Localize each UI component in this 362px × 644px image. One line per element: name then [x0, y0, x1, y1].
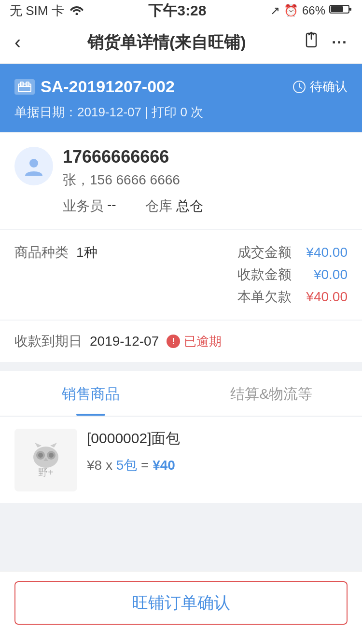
customer-card: 17666666666 张，156 6666 6666 业务员 -- 仓库 总仓: [0, 133, 362, 229]
order-header: SA-20191207-002 待确认 单据日期：2019-12-07 | 打印…: [0, 64, 362, 132]
tab-settlement[interactable]: 结算&物流等: [181, 371, 362, 416]
sales-rep: 业务员 --: [63, 197, 116, 215]
battery-icon: [329, 3, 352, 18]
due-date-value: 2019-12-07: [90, 334, 159, 349]
product-thumbnail: 野+: [14, 429, 77, 491]
svg-rect-3: [349, 8, 351, 11]
customer-phone: 17666666666: [63, 147, 348, 167]
warehouse: 仓库 总仓: [145, 197, 203, 215]
category-info: 商品种类 1种: [14, 243, 97, 262]
tabs-section: 销售商品 结算&物流等: [0, 371, 362, 416]
svg-marker-16: [50, 443, 57, 448]
wifi-icon: [69, 3, 84, 18]
product-qty: 5包: [116, 458, 138, 473]
product-price: ¥8: [87, 458, 102, 473]
product-list: 野+ [0000002]面包 ¥8 x 5包 = ¥40: [0, 417, 362, 503]
due-date-label: 收款到期日: [14, 332, 82, 350]
customer-meta: 业务员 -- 仓库 总仓: [63, 197, 348, 215]
order-id: SA-20191207-002: [14, 77, 175, 96]
sales-rep-label: 业务员: [63, 197, 103, 215]
status-bar-right: ↗ ⏰ 66%: [270, 3, 352, 18]
alarm-icon: ⏰: [284, 4, 298, 17]
product-total: ¥40: [153, 458, 175, 473]
category-count: 1种: [76, 243, 97, 262]
due-date-section: 收款到期日 2019-12-07 ! 已逾期: [0, 321, 362, 362]
page-title: 销货单详情(来自旺铺): [30, 31, 303, 54]
paid-amount-row: 收款金额 ¥0.00: [237, 266, 348, 284]
svg-point-9: [29, 159, 38, 168]
status-bar-time: 下午3:28: [148, 1, 206, 21]
warehouse-label: 仓库: [145, 197, 172, 215]
overdue-badge: ! 已逾期: [167, 333, 222, 350]
confirm-order-button[interactable]: 旺铺订单确认: [14, 581, 348, 625]
more-button[interactable]: ···: [332, 33, 348, 51]
back-button[interactable]: ‹: [14, 31, 21, 53]
svg-point-14: [49, 453, 54, 458]
product-item: 野+ [0000002]面包 ¥8 x 5包 = ¥40: [0, 417, 362, 503]
paid-amount-label: 收款金额: [237, 266, 292, 284]
deal-amount-value: ¥40.00: [299, 245, 348, 260]
nav-bar: ‹ 销货单详情(来自旺铺) ···: [0, 21, 362, 64]
product-price-row: ¥8 x 5包 = ¥40: [87, 456, 348, 475]
customer-info: 17666666666 张，156 6666 6666 业务员 -- 仓库 总仓: [63, 147, 348, 215]
product-name: [0000002]面包: [87, 429, 348, 448]
svg-point-13: [38, 453, 43, 458]
owed-amount-value: ¥40.00: [299, 289, 348, 305]
nav-actions: ···: [303, 31, 348, 53]
battery-text: 66%: [302, 4, 325, 17]
tab-products[interactable]: 销售商品: [0, 371, 181, 416]
overdue-text: 已逾期: [184, 333, 222, 350]
overdue-dot-icon: !: [167, 335, 180, 348]
carrier-text: 无 SIM 卡: [10, 2, 64, 19]
product-detail: [0000002]面包 ¥8 x 5包 = ¥40: [87, 429, 348, 475]
customer-avatar: [14, 147, 53, 185]
sales-rep-value: --: [107, 197, 116, 215]
section-divider: [0, 363, 362, 371]
order-status: 待确认: [292, 78, 348, 95]
order-date: 单据日期：2019-12-07 | 打印 0 次: [14, 104, 348, 121]
bottom-section: 旺铺订单确认: [0, 571, 362, 644]
paid-amount-value: ¥0.00: [299, 267, 348, 282]
svg-marker-15: [35, 443, 42, 448]
svg-rect-2: [331, 6, 343, 12]
summary-section: 商品种类 1种 成交金额 ¥40.00 收款金额 ¥0.00 本单欠款 ¥40.…: [0, 230, 362, 320]
owed-amount-row: 本单欠款 ¥40.00: [237, 288, 348, 306]
amount-summary: 成交金额 ¥40.00 收款金额 ¥0.00 本单欠款 ¥40.00: [237, 243, 348, 306]
order-icon: [14, 79, 35, 95]
owed-amount-label: 本单欠款: [237, 288, 292, 306]
share-button[interactable]: [303, 31, 320, 53]
location-icon: ↗: [270, 4, 280, 17]
category-label: 商品种类: [14, 243, 69, 262]
svg-point-0: [75, 13, 78, 15]
warehouse-value: 总仓: [176, 197, 203, 215]
deal-amount-label: 成交金额: [237, 243, 292, 262]
status-bar-left: 无 SIM 卡: [10, 2, 84, 19]
deal-amount-row: 成交金额 ¥40.00: [237, 243, 348, 262]
customer-name: 张，156 6666 6666: [63, 171, 348, 189]
tabs-header: 销售商品 结算&物流等: [0, 371, 362, 416]
status-bar: 无 SIM 卡 下午3:28 ↗ ⏰ 66%: [0, 0, 362, 21]
